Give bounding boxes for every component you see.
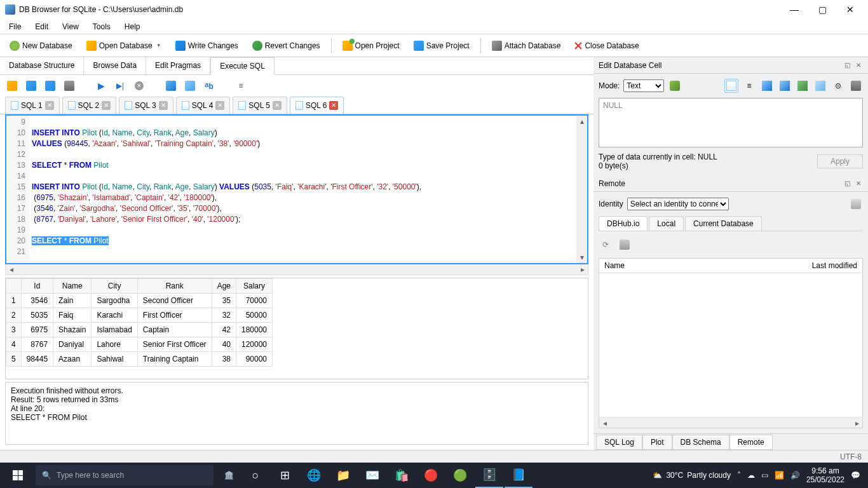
table-row[interactable]: 13546ZainSargodhaSecond Officer3570000: [6, 293, 273, 308]
erase-icon[interactable]: ⊝: [831, 79, 845, 93]
print-cell-icon[interactable]: [849, 79, 863, 93]
save-view-icon[interactable]: [164, 79, 178, 93]
remote-hscrollbar[interactable]: ◂▸: [599, 417, 862, 428]
close-remote-icon[interactable]: ✕: [854, 179, 863, 188]
menu-tools[interactable]: Tools: [86, 20, 117, 33]
clear-icon[interactable]: [813, 79, 827, 93]
onedrive-icon[interactable]: ☁: [747, 471, 755, 480]
volume-icon[interactable]: 🔊: [790, 471, 800, 480]
cell-content[interactable]: NULL: [599, 98, 863, 147]
tab-close-icon[interactable]: ✕: [102, 101, 111, 110]
editor-vscrollbar[interactable]: ▴ ▾: [576, 116, 587, 263]
mode-select[interactable]: Text: [623, 79, 664, 92]
taskbar-search[interactable]: 🔍 Type here to search: [36, 465, 214, 485]
table-row[interactable]: 36975ShazainIslamabadCaptain42180000: [6, 322, 273, 337]
sql-tab-5[interactable]: SQL 5✕: [233, 97, 287, 114]
save-project-button[interactable]: Save Project: [408, 37, 475, 54]
battery-icon[interactable]: ▭: [761, 471, 768, 480]
results-table[interactable]: IdNameCityRankAgeSalary13546ZainSargodha…: [5, 278, 588, 379]
undock-remote-icon[interactable]: ◱: [843, 179, 851, 188]
open-sql-icon[interactable]: [5, 79, 19, 93]
export-icon[interactable]: [778, 79, 792, 93]
attach-database-button[interactable]: Attach Database: [486, 37, 567, 54]
notifications-icon[interactable]: 💬: [851, 471, 860, 480]
sql-tab-1[interactable]: SQL 1✕: [5, 97, 60, 114]
table-row[interactable]: 598445AzaanSahiwalTraining Captain389000…: [6, 351, 273, 366]
main-tab-edit-pragmas[interactable]: Edit Pragmas: [146, 57, 210, 74]
new-database-button[interactable]: New Database: [4, 37, 78, 54]
import-icon[interactable]: [760, 79, 774, 93]
write-changes-button[interactable]: Write Changes: [170, 37, 244, 54]
remote-tab-current-database[interactable]: Current Database: [685, 216, 762, 231]
revert-changes-button[interactable]: Revert Changes: [247, 37, 326, 54]
sql-tab-4[interactable]: SQL 4✕: [176, 97, 231, 114]
mail-icon[interactable]: ✉️: [358, 463, 386, 488]
wamp-icon[interactable]: 🟢: [446, 463, 474, 488]
close-panel-icon[interactable]: ✕: [854, 61, 863, 70]
bottom-tab-sql-log[interactable]: SQL Log: [596, 435, 642, 450]
undock-icon[interactable]: ◱: [843, 61, 851, 70]
rtl-icon[interactable]: ≡: [742, 79, 756, 93]
editor-hscrollbar[interactable]: ◂ ▸: [5, 264, 588, 275]
main-tab-browse-data[interactable]: Browse Data: [84, 57, 146, 74]
find-replace-icon[interactable]: ab: [202, 79, 216, 93]
main-tab-database-structure[interactable]: Database Structure: [0, 57, 84, 74]
store-icon[interactable]: 🛍️: [388, 463, 416, 488]
set-null-icon[interactable]: [796, 79, 810, 93]
tab-close-icon[interactable]: ✕: [273, 101, 281, 110]
bottom-tab-remote[interactable]: Remote: [729, 435, 773, 450]
minimize-button[interactable]: —: [782, 2, 807, 17]
sql-tab-2[interactable]: SQL 2✕: [62, 97, 117, 114]
maximize-button[interactable]: ▢: [810, 2, 835, 17]
cortana-icon[interactable]: ○: [241, 463, 269, 488]
dbbrowser-task-icon[interactable]: 🗄️: [475, 463, 503, 488]
weather-widget[interactable]: ⛅ 30°C Partly cloudy: [653, 471, 731, 480]
word-icon[interactable]: 📘: [505, 463, 532, 488]
table-row[interactable]: 25035FaiqKarachiFirst Officer3250000: [6, 308, 273, 322]
indent-icon[interactable]: ≡: [234, 79, 248, 93]
menu-help[interactable]: Help: [118, 20, 147, 33]
wifi-icon[interactable]: 📶: [775, 471, 784, 480]
taskview-icon[interactable]: ⊞: [271, 463, 299, 488]
start-button[interactable]: [3, 463, 33, 488]
stop-icon[interactable]: ✕: [132, 79, 146, 93]
tab-close-icon[interactable]: ✕: [329, 101, 338, 110]
sql-editor[interactable]: 9101112131415161718192021 INSERT INTO Pi…: [5, 114, 588, 264]
open-database-button[interactable]: Open Database▼: [81, 37, 167, 54]
execute-icon[interactable]: ▶: [94, 79, 108, 93]
identity-select[interactable]: Select an identity to connect: [627, 198, 729, 210]
find-icon[interactable]: [183, 79, 197, 93]
menu-file[interactable]: File: [3, 20, 27, 33]
sql-tab-6[interactable]: SQL 6✕: [290, 97, 344, 114]
tab-close-icon[interactable]: ✕: [159, 101, 168, 110]
remote-tab-local[interactable]: Local: [649, 216, 684, 231]
close-window-button[interactable]: ✕: [837, 2, 863, 17]
tab-close-icon[interactable]: ✕: [215, 101, 224, 110]
remote-list[interactable]: Name Last modified ◂▸: [599, 258, 863, 428]
sql-tab-3[interactable]: SQL 3✕: [119, 97, 173, 114]
execute-line-icon[interactable]: ▶|: [113, 79, 127, 93]
news-icon[interactable]: 🏛️: [216, 465, 241, 485]
menu-edit[interactable]: Edit: [29, 20, 55, 33]
menu-view[interactable]: View: [56, 20, 85, 33]
tray-clock[interactable]: 9:56 am 25/05/2022: [806, 466, 844, 485]
main-tab-execute-sql[interactable]: Execute SQL: [210, 57, 275, 75]
apply-button[interactable]: Apply: [817, 154, 863, 168]
bottom-tab-db-schema[interactable]: DB Schema: [672, 435, 729, 450]
clone-icon[interactable]: [618, 238, 632, 252]
edge-icon[interactable]: 🌐: [300, 463, 328, 488]
save-results-icon[interactable]: [43, 79, 57, 93]
open-project-button[interactable]: Open Project: [337, 37, 405, 54]
cert-icon[interactable]: [849, 197, 863, 211]
tray-chevron-icon[interactable]: ˄: [737, 471, 741, 480]
explorer-icon[interactable]: 📁: [329, 463, 357, 488]
print-icon[interactable]: [62, 79, 76, 93]
remote-tab-dbhub-io[interactable]: DBHub.io: [599, 216, 648, 231]
text-mode-icon[interactable]: [724, 79, 738, 93]
save-sql-icon[interactable]: [24, 79, 38, 93]
bottom-tab-plot[interactable]: Plot: [642, 435, 672, 450]
chrome-icon[interactable]: 🔴: [417, 463, 445, 488]
close-database-button[interactable]: Close Database: [569, 38, 644, 53]
auto-icon[interactable]: [668, 79, 682, 93]
tab-close-icon[interactable]: ✕: [45, 101, 54, 110]
